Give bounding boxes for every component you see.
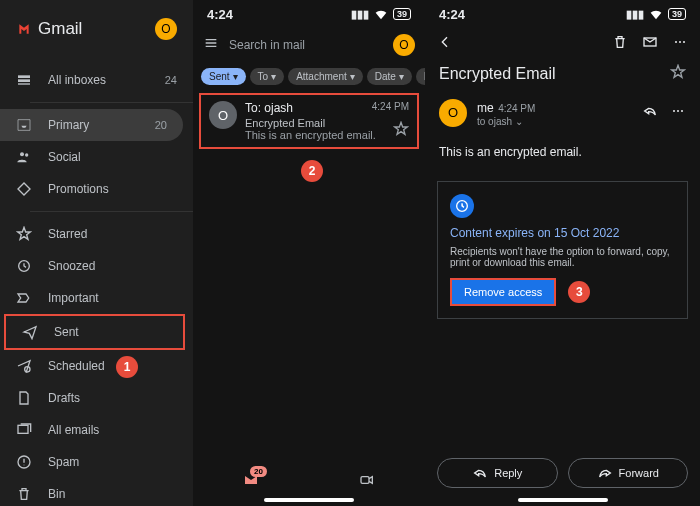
nav-label: Scheduled — [48, 359, 105, 373]
chip-sent[interactable]: Sent ▾ — [201, 68, 246, 85]
svg-point-4 — [25, 153, 28, 156]
nav-bin[interactable]: Bin — [0, 478, 193, 506]
chevron-down-icon: ▾ — [271, 71, 276, 82]
nav-all-inboxes[interactable]: All inboxes 24 — [0, 64, 193, 96]
nav-label: Drafts — [48, 391, 80, 405]
home-indicator — [264, 498, 354, 502]
wifi-icon — [373, 6, 389, 22]
search-bar[interactable]: Search in mail O — [193, 28, 425, 62]
filter-chips: Sent ▾ To ▾ Attachment ▾ Date ▾ Is u — [193, 62, 425, 91]
delete-button[interactable] — [612, 34, 628, 54]
sent-icon — [22, 324, 38, 340]
nav-label: Starred — [48, 227, 87, 241]
nav-label: Snoozed — [48, 259, 95, 273]
message-item[interactable]: O To: ojash 4:24 PM Encrypted Email This… — [199, 93, 419, 149]
mail-tab[interactable]: 20 — [243, 472, 259, 492]
status-time: 4:24 — [207, 7, 233, 22]
svg-point-3 — [20, 152, 24, 156]
chevron-down-icon: ▾ — [350, 71, 355, 82]
reply-icon[interactable] — [642, 103, 658, 123]
battery-icon: 39 — [668, 8, 686, 20]
callout-2: 2 — [301, 160, 323, 182]
spam-icon — [16, 454, 32, 470]
callout-1: 1 — [116, 356, 138, 378]
snoozed-icon — [16, 258, 32, 274]
email-body: This is an encrypted email. — [425, 131, 700, 173]
chip-to[interactable]: To ▾ — [250, 68, 285, 85]
svg-point-13 — [683, 41, 685, 43]
reply-label: Reply — [494, 467, 522, 479]
nav-all-emails[interactable]: All emails — [0, 414, 193, 446]
battery-icon: 39 — [393, 8, 411, 20]
wifi-icon — [648, 6, 664, 22]
chip-isu[interactable]: Is u — [416, 68, 425, 85]
email-title-row: Encrypted Email — [425, 60, 700, 94]
reply-button[interactable]: Reply — [437, 458, 558, 488]
email-detail-panel: 4:24 ▮▮▮ 39 Encrypted Email O me 4:24 PM… — [425, 0, 700, 506]
nav-label: Spam — [48, 455, 79, 469]
confidential-title: Content expires on 15 Oct 2022 — [450, 226, 675, 240]
nav-count: 20 — [155, 119, 167, 131]
nav-label: Social — [48, 150, 81, 164]
nav-label: Promotions — [48, 182, 109, 196]
nav-social[interactable]: Social — [0, 141, 193, 173]
meet-tab[interactable] — [359, 472, 375, 492]
gmail-sidebar: Gmail O All inboxes 24 Primary 20 Social… — [0, 0, 193, 506]
nav-label: All emails — [48, 423, 99, 437]
sender-avatar: O — [209, 101, 237, 129]
forward-button[interactable]: Forward — [568, 458, 689, 488]
nav-starred[interactable]: Starred — [0, 218, 193, 250]
nav-count: 24 — [165, 74, 177, 86]
nav-primary[interactable]: Primary 20 — [0, 109, 183, 141]
chevron-down-icon: ▾ — [399, 71, 404, 82]
svg-rect-2 — [18, 83, 30, 84]
svg-rect-0 — [18, 75, 30, 78]
nav-scheduled[interactable]: Scheduled — [0, 350, 193, 382]
back-button[interactable] — [437, 34, 453, 54]
more-button[interactable] — [672, 34, 688, 54]
message-list-panel: 4:24 ▮▮▮ 39 Search in mail O Sent ▾ To ▾… — [193, 0, 425, 506]
important-icon — [16, 290, 32, 306]
hamburger-icon[interactable] — [203, 35, 219, 55]
reply-icon — [472, 465, 488, 481]
scheduled-icon — [16, 358, 32, 374]
email-actions: Reply Forward — [425, 448, 700, 498]
more-icon[interactable] — [670, 103, 686, 123]
detail-header — [425, 28, 700, 60]
chip-attachment[interactable]: Attachment ▾ — [288, 68, 363, 85]
search-placeholder: Search in mail — [229, 38, 383, 52]
social-icon — [16, 149, 32, 165]
nav-snoozed[interactable]: Snoozed — [0, 250, 193, 282]
mail-badge: 20 — [250, 466, 267, 477]
nav-sent[interactable]: Sent — [6, 316, 183, 348]
signal-icon: ▮▮▮ — [351, 8, 369, 21]
nav-promotions[interactable]: Promotions — [0, 173, 193, 205]
bin-icon — [16, 486, 32, 502]
promotions-icon — [16, 181, 32, 197]
star-icon — [16, 226, 32, 242]
signal-icon: ▮▮▮ — [626, 8, 644, 21]
message-time: 4:24 PM — [372, 101, 409, 115]
nav-label: Sent — [54, 325, 79, 339]
svg-rect-7 — [18, 425, 28, 433]
confidential-clock-icon — [450, 194, 474, 218]
profile-avatar[interactable]: O — [393, 34, 415, 56]
svg-rect-9 — [361, 477, 369, 484]
video-icon — [359, 472, 375, 488]
nav-important[interactable]: Important — [0, 282, 193, 314]
star-icon[interactable] — [393, 121, 409, 141]
sender-time: 4:24 PM — [498, 103, 535, 114]
drafts-icon — [16, 390, 32, 406]
nav-spam[interactable]: Spam — [0, 446, 193, 478]
message-to: To: ojash — [245, 101, 293, 115]
mail-button[interactable] — [642, 34, 658, 54]
svg-point-12 — [679, 41, 681, 43]
sender-row: O me 4:24 PM to ojash ⌄ — [425, 94, 700, 131]
forward-icon — [597, 465, 613, 481]
chip-date[interactable]: Date ▾ — [367, 68, 412, 85]
nav-drafts[interactable]: Drafts — [0, 382, 193, 414]
star-button[interactable] — [670, 64, 686, 84]
chevron-down-icon[interactable]: ⌄ — [515, 116, 523, 127]
remove-access-button[interactable]: Remove access — [450, 278, 556, 306]
account-avatar[interactable]: O — [155, 18, 177, 40]
